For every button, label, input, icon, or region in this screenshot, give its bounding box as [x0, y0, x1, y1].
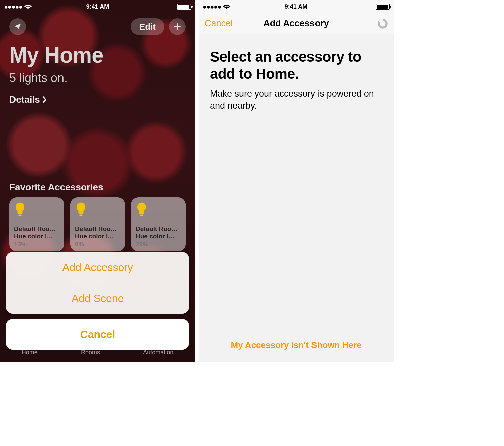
sheet-add-scene-label: Add Scene: [72, 292, 124, 305]
sheet-add-accessory[interactable]: Add Accessory: [6, 252, 189, 283]
accessory-tile[interactable]: Default Roo… Hue color l… 28%: [131, 197, 186, 251]
edit-button-label: Edit: [139, 22, 156, 32]
tile-room: Default Roo…: [75, 225, 120, 233]
bulb-icon: [14, 202, 59, 218]
bulb-icon: [136, 202, 181, 218]
sheet-cancel-label: Cancel: [80, 328, 115, 341]
svg-rect-2: [140, 215, 143, 216]
home-app-screen: ●●●●● 9:41 AM Edit My Home 5 li: [0, 0, 195, 362]
bulb-icon: [75, 202, 120, 218]
nav-cancel-label: Cancel: [205, 18, 233, 28]
accessory-tile[interactable]: Default Roo… Hue color l… 13%: [9, 197, 64, 251]
accessory-tile[interactable]: Default Roo… Hue color l… 0%: [70, 197, 125, 251]
tile-percent: 28%: [136, 241, 181, 248]
chevron-right-icon: [42, 96, 47, 103]
tile-name: Hue color l…: [136, 233, 181, 240]
signal-dots-icon: ●●●●●: [203, 3, 221, 11]
favorites-label: Favorite Accessories: [9, 182, 186, 193]
tile-room: Default Roo…: [14, 225, 59, 233]
location-button[interactable]: [9, 18, 26, 35]
tile-name: Hue color l…: [14, 233, 59, 240]
details-label: Details: [9, 94, 40, 105]
tile-percent: 13%: [14, 241, 59, 248]
battery-icon: [177, 4, 191, 10]
page-subtitle: Make sure your accessory is powered on a…: [210, 88, 382, 111]
page-title: Select an accessory to add to Home.: [210, 48, 382, 82]
sheet-add-accessory-label: Add Accessory: [62, 261, 133, 274]
nav-cancel-button[interactable]: Cancel: [205, 18, 233, 29]
nav-bar: Cancel Add Accessory: [199, 13, 394, 34]
tile-percent: 0%: [75, 241, 120, 248]
status-bar: ●●●●● 9:41 AM: [0, 0, 195, 13]
not-shown-link[interactable]: My Accessory Isn't Shown Here: [210, 340, 382, 362]
wifi-icon: [24, 4, 32, 9]
tile-name: Hue color l…: [75, 233, 120, 240]
top-bar: Edit: [9, 17, 186, 37]
wifi-icon: [223, 4, 230, 9]
tile-room: Default Roo…: [136, 225, 181, 233]
signal-dots-icon: ●●●●●: [4, 3, 22, 11]
battery-icon: [376, 4, 390, 10]
svg-rect-0: [19, 215, 22, 216]
favorites-tiles: Default Roo… Hue color l… 13% Default Ro…: [9, 197, 186, 251]
spinner-icon: [378, 19, 388, 29]
add-button[interactable]: [169, 18, 186, 35]
not-shown-link-label: My Accessory Isn't Shown Here: [231, 340, 361, 350]
home-title: My Home: [9, 43, 186, 68]
edit-button[interactable]: Edit: [131, 18, 164, 35]
status-line: 5 lights on.: [9, 71, 186, 85]
svg-rect-1: [80, 215, 83, 216]
add-accessory-screen: ●●●●● 9:41 AM Cancel Add Accessory Selec…: [199, 0, 394, 362]
action-sheet: Add Accessory Add Scene Cancel: [6, 252, 189, 350]
details-link[interactable]: Details: [9, 94, 186, 105]
status-bar: ●●●●● 9:41 AM: [199, 0, 394, 13]
sheet-cancel[interactable]: Cancel: [6, 319, 189, 350]
sheet-add-scene[interactable]: Add Scene: [6, 283, 189, 314]
